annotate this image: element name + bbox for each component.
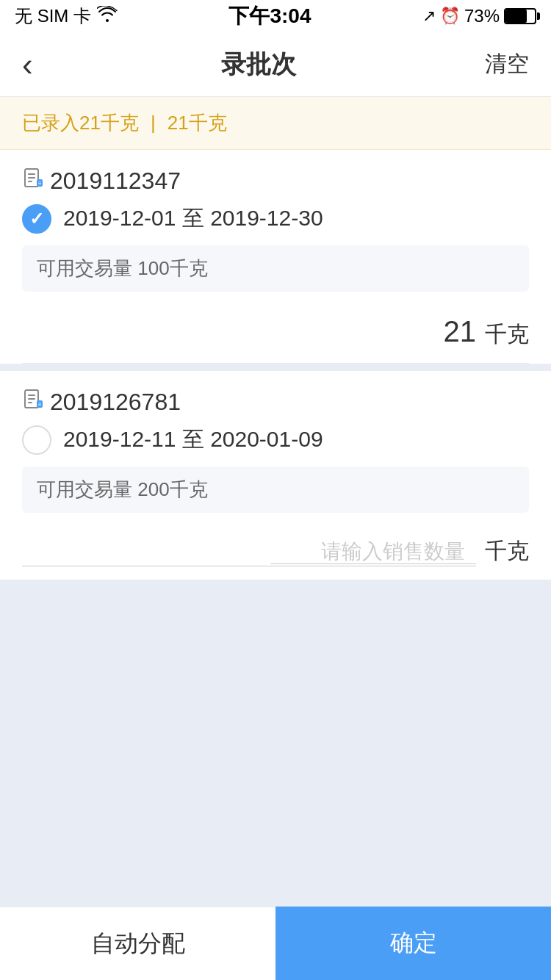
back-button[interactable]: ‹ <box>22 46 33 83</box>
batch-2-date-range: 2019-12-11 至 2020-01-09 <box>63 425 323 455</box>
separator-1 <box>0 364 551 371</box>
batch-1-availability: 可用交易量 100千克 <box>22 245 529 292</box>
status-right: ↗ ⏰ 73% <box>422 6 536 26</box>
status-bar: 无 SIM 卡 下午3:04 ↗ ⏰ 73% <box>0 0 551 32</box>
qty-input-container[interactable] <box>22 540 476 566</box>
svg-text:≡: ≡ <box>38 401 42 408</box>
no-sim-text: 无 SIM 卡 <box>15 4 91 28</box>
svg-rect-2 <box>28 177 35 179</box>
content-area: 已录入21千克 | 21千克 ≡ 2019112347 2019-12-01 至… <box>0 97 551 980</box>
page-title: 录批次 <box>221 48 296 82</box>
batch-2-card: ≡ 2019126781 2019-12-11 至 2020-01-09 可用交… <box>0 371 551 580</box>
batch-2-unit: 千克 <box>485 536 529 566</box>
batch-1-number: 2019112347 <box>50 167 181 195</box>
recorded-value: 21千克 <box>168 110 227 136</box>
wifi-icon <box>97 6 118 26</box>
svg-rect-1 <box>28 173 35 175</box>
batch-1-amount-row: 21 千克 <box>22 303 529 364</box>
alarm-icon: ⏰ <box>440 7 460 26</box>
batch-1-amount-value: 21 <box>444 315 477 348</box>
batch-2-header: ≡ 2019126781 <box>22 389 529 416</box>
recorded-label: 已录入21千克 <box>22 110 139 136</box>
confirm-button[interactable]: 确定 <box>276 907 551 980</box>
status-left: 无 SIM 卡 <box>15 4 118 28</box>
batch-2-number: 2019126781 <box>50 389 181 416</box>
auto-distribute-button[interactable]: 自动分配 <box>0 907 276 980</box>
doc-icon-1: ≡ <box>22 167 44 195</box>
svg-rect-7 <box>28 394 35 396</box>
svg-rect-8 <box>28 398 35 400</box>
doc-icon-2: ≡ <box>22 389 44 416</box>
battery-percent: 73% <box>464 6 500 26</box>
info-banner: 已录入21千克 | 21千克 <box>0 97 551 150</box>
batch-2-availability: 可用交易量 200千克 <box>22 466 529 513</box>
batch-1-date-range: 2019-12-01 至 2019-12-30 <box>63 203 323 234</box>
location-icon: ↗ <box>422 7 436 26</box>
separator-2 <box>0 580 551 587</box>
status-time: 下午3:04 <box>228 2 311 30</box>
batch-2-radio[interactable] <box>22 425 51 455</box>
batch-1-amount-unit: 千克 <box>485 320 529 350</box>
batch-1-header: ≡ 2019112347 <box>22 167 529 195</box>
svg-rect-3 <box>28 181 32 182</box>
clear-button[interactable]: 清空 <box>485 49 529 79</box>
battery-icon <box>504 8 536 24</box>
info-divider: | <box>151 112 156 134</box>
qty-input[interactable] <box>270 540 476 564</box>
empty-area <box>0 587 551 954</box>
batch-1-card: ≡ 2019112347 2019-12-01 至 2019-12-30 可用交… <box>0 150 551 364</box>
bottom-bar: 自动分配 确定 <box>0 907 551 980</box>
svg-text:≡: ≡ <box>38 180 42 187</box>
svg-rect-9 <box>28 402 32 403</box>
batch-2-select-row[interactable]: 2019-12-11 至 2020-01-09 <box>22 425 529 455</box>
batch-1-radio[interactable] <box>22 204 51 234</box>
batch-1-select-row[interactable]: 2019-12-01 至 2019-12-30 <box>22 203 529 234</box>
batch-2-input-row: 千克 <box>22 525 529 580</box>
nav-bar: ‹ 录批次 清空 <box>0 32 551 97</box>
